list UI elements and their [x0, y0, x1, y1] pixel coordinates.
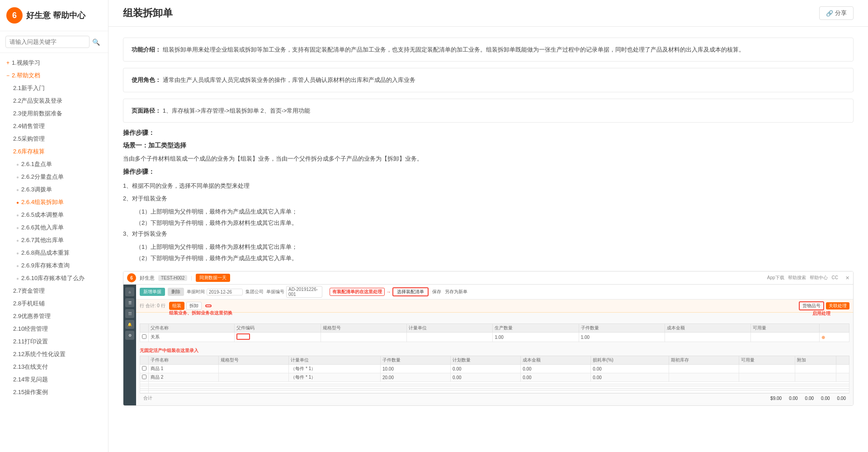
sidebar-item-label-mobile: 2.8手机旺铺 — [13, 300, 45, 308]
sidebar-item-label-install: 2.2产品安装及登录 — [13, 97, 62, 105]
sidebar-item-otherout[interactable]: ●2.6.7其他出库单 — [0, 234, 108, 247]
sidebar-item-video[interactable]: +1.视频学习 — [0, 57, 108, 69]
sidebar-item-print[interactable]: 2.11打印设置 — [0, 335, 108, 348]
sim-td2-name2: 商品 2 — [149, 373, 219, 382]
sim-th-avail: 可用量 — [751, 324, 820, 333]
sidebar-item-stockcheck[interactable]: ●2.6.9库存账本查询 — [0, 259, 108, 272]
sidebar-item-label-otherin: 2.6.6其他入库单 — [21, 224, 64, 232]
sim-footer-val4: 0.00 — [821, 396, 830, 401]
sim-th2-avail: 可用量 — [739, 356, 795, 365]
sim-close-icon[interactable]: ✕ — [845, 275, 849, 281]
sidebar-item-label-onlinepay: 2.13在线支付 — [13, 363, 48, 371]
sim-th-sel — [140, 324, 149, 333]
steps-list: 1、根据不同的业务，选择不同单据的类型来处理 2、对于组装业务 （1）上部明细为… — [123, 181, 854, 264]
sim-td2-initstock — [669, 365, 739, 373]
sim-td2-ops2 — [795, 373, 836, 382]
sim-th2-extra — [836, 356, 849, 365]
sidebar-item-label-assemble: 2.6.4组装拆卸单 — [21, 198, 64, 206]
scene1-title: 场景一：加工类型选择 — [123, 142, 854, 150]
sidebar-item-cases[interactable]: 2.15操作案例 — [0, 386, 108, 399]
sim-nav-bell[interactable]: 🔔 — [125, 320, 134, 329]
sim-table2-row: 商品 2 （每件 * 1） 20.00 0.00 0.00 0.00 — [140, 373, 849, 382]
sidebar-item-stockerror[interactable]: ●2.6.10库存账本错了么办 — [0, 272, 108, 285]
sidebar-item-inventory[interactable]: 2.6库存核算 — [0, 145, 108, 158]
sim-td2-planqty2: 0.00 — [451, 373, 521, 382]
sidebar-item-stocktake[interactable]: ●2.6.1盘点单 — [0, 158, 108, 171]
sim-nav-doc[interactable]: ☰ — [125, 298, 134, 307]
sim-th2-code: 规格型号 — [219, 356, 289, 365]
sim-td-unit — [407, 333, 493, 342]
search-button[interactable]: 🔍 — [90, 37, 103, 48]
sim-sub-toolbar: 行 合计: 0 行 组装 拆卸 组装业务、拆卸业务在这里切换 — [136, 300, 853, 313]
sidebar-item-stockdiv[interactable]: ●2.6.2分量盘点单 — [0, 171, 108, 183]
sim-ann4-text: 启用处理 — [812, 310, 830, 317]
sidebar-item-costadjust[interactable]: ●2.6.5成本调整单 — [0, 209, 108, 221]
sim-tab-del[interactable]: 删除 — [168, 288, 184, 296]
sim-biz-tab-assemble[interactable]: 组装 — [169, 302, 184, 310]
sim-highlight-input[interactable] — [205, 305, 212, 307]
share-label: 分享 — [835, 9, 847, 17]
sidebar-item-coupon[interactable]: 2.9优惠券管理 — [0, 310, 108, 323]
sim-docno-label: 单据编号 — [266, 289, 284, 295]
sidebar-item-install[interactable]: 2.2产品安装及登录 — [0, 95, 108, 107]
sidebar-item-label-stockerror: 2.6.10库存账本错了么办 — [21, 274, 85, 282]
sim-th-unit: 计量单位 — [407, 324, 493, 333]
sidebar-item-adjust[interactable]: ●2.6.3调拨单 — [0, 183, 108, 196]
dot-icon: ● — [16, 175, 19, 180]
sim-th2-cost: 成本金额 — [521, 356, 591, 365]
sim-enable-input[interactable]: 货物品号 — [799, 301, 824, 310]
sidebar-item-ops[interactable]: 2.10经营管理 — [0, 323, 108, 335]
sim-td2-empty-span5 — [149, 391, 849, 393]
sidebar-item-mobile[interactable]: 2.8手机旺铺 — [0, 297, 108, 310]
sidebar-item-label-costcalc: 2.6.8商品成本重算 — [21, 249, 70, 257]
sim-td-code[interactable] — [235, 333, 321, 342]
sim-td-action[interactable]: ⊕ — [819, 333, 849, 342]
sim-ann1-text: 有装配清单的在这里处理 — [330, 288, 385, 296]
share-button[interactable]: 🔗 分享 — [819, 6, 854, 20]
sidebar-item-label-stockdiv: 2.6.2分量盘点单 — [21, 173, 64, 181]
sim-td-cost — [665, 333, 751, 342]
sim-docno-val[interactable]: AD-20191226-001 — [286, 286, 322, 298]
sidebar-item-newcomer[interactable]: 2.1新手入门 — [0, 82, 108, 95]
ops-title: 操作步骤： — [123, 129, 854, 137]
sim-biz-tab-disassemble[interactable]: 拆卸 — [186, 302, 202, 310]
sim-tab-new[interactable]: 新增单据 — [140, 288, 165, 296]
sim-td-sel[interactable] — [140, 333, 149, 342]
sidebar-item-docs[interactable]: −2.帮助文档 — [0, 69, 108, 82]
step3-sub2: （2）下部明细为子件明细，最终作为产成品生成其它入库单。 — [136, 253, 854, 264]
sim-clearlist-btn[interactable]: 选择装配清单 — [392, 287, 429, 296]
path-box: 页面路径： 1、库存核算->库存管理->组装拆卸单 2、首页->常用功能 — [123, 99, 854, 123]
sidebar-item-predata[interactable]: 2.3使用前数据准备 — [0, 107, 108, 120]
sim-td-qty1: 1.00 — [493, 333, 579, 342]
sim-enable-btn[interactable]: 关联处理 — [826, 302, 849, 309]
sidebar-item-sysconfig[interactable]: 2.12系统个性化设置 — [0, 348, 108, 361]
step3-sub1: （1）上部明细为父件明细，最终作为原材料生成其它出库单； — [136, 242, 854, 253]
search-input[interactable] — [5, 36, 90, 48]
sidebar-item-label-cases: 2.15操作案例 — [13, 388, 48, 396]
func-intro-text: 组装拆卸单用来处理企业组装或拆卸等加工业务，支持有固定装配清单的产品加工业务，也… — [163, 46, 745, 53]
sidebar-item-costcalc[interactable]: ●2.6.8商品成本重算 — [0, 247, 108, 259]
sidebar-item-purchase[interactable]: 2.5采购管理 — [0, 133, 108, 145]
sidebar-item-assemble[interactable]: ●2.6.4组装拆卸单 — [0, 196, 108, 209]
sim-nav-chart[interactable]: ☷ — [125, 309, 134, 318]
sim-td2-sel[interactable] — [140, 365, 149, 373]
page-title: 组装拆卸单 — [123, 6, 173, 20]
sim-nav-home[interactable]: ⌂ — [125, 287, 134, 296]
sim-td2-ops — [795, 365, 836, 373]
sim-business-type: 组装 拆卸 组装业务、拆卸业务在这里切换 — [169, 302, 212, 310]
sim-td2-subqty: 10.00 — [380, 365, 450, 373]
sim-nav-setting[interactable]: ⚙ — [125, 331, 134, 340]
sim-th2-initstock: 期初库存 — [669, 356, 739, 365]
sidebar-item-sales[interactable]: 2.4销售管理 — [0, 120, 108, 133]
sidebar-item-label-coupon: 2.9优惠券管理 — [13, 312, 51, 320]
sim-td2-sel2[interactable] — [140, 373, 149, 382]
sidebar-item-otherin[interactable]: ●2.6.6其他入库单 — [0, 221, 108, 234]
sidebar-item-label-faq: 2.14常见问题 — [13, 376, 48, 384]
sidebar-item-faq[interactable]: 2.14常见问题 — [0, 373, 108, 386]
sidebar-item-onlinepay[interactable]: 2.13在线支付 — [0, 361, 108, 373]
sim-date-val[interactable]: 2019-12-26 — [207, 289, 243, 295]
sim-td-name[interactable]: 关系 — [149, 333, 235, 342]
sim-data-btn[interactable]: 同测数据一天 — [196, 274, 230, 282]
dot-icon: ● — [16, 225, 19, 230]
sidebar-item-finance[interactable]: 2.7资金管理 — [0, 285, 108, 297]
